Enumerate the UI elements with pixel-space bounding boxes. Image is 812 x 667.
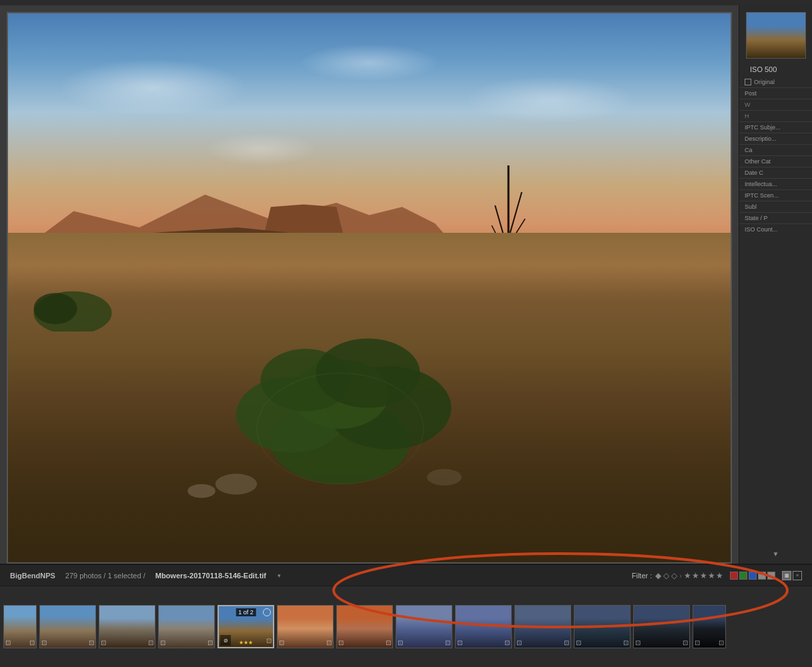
thumb-overlay-5: ⊡ ⊡ xyxy=(279,639,332,646)
filmstrip: ⊡ ⊡ ⊡ ⊡ ⊡ ⊡ ⊡ xyxy=(0,586,812,667)
star-4[interactable]: ★ xyxy=(708,571,715,580)
thumb-overlay-6: ⊡ ⊡ xyxy=(338,639,391,646)
film-thumb-12[interactable]: ⊡ ⊡ xyxy=(693,605,726,648)
view-list[interactable]: ≡ xyxy=(793,571,802,580)
star-5[interactable]: ★ xyxy=(716,571,723,580)
film-thumb-0[interactable]: ⊡ ⊡ xyxy=(3,605,37,648)
sidebar-meta: ISO 500 xyxy=(739,62,812,77)
photo-section xyxy=(0,5,739,564)
color-blue[interactable] xyxy=(749,572,757,580)
frame-icon-5: ⊡ xyxy=(279,639,284,646)
collection-name: BigBendNPS xyxy=(10,572,55,580)
thumb-overlay-1: ⊡ ⊡ xyxy=(41,639,94,646)
sidebar-thumbnail xyxy=(746,12,806,59)
color-green[interactable] xyxy=(739,572,747,580)
film-thumb-10[interactable]: ⊡ ⊡ xyxy=(574,605,631,648)
filter-label: Filter : xyxy=(632,572,653,580)
other-cat-field[interactable]: Other Cat xyxy=(739,155,812,167)
thumb-overlay-7: ⊡ ⊡ xyxy=(398,639,450,646)
film-thumb-7[interactable]: ⊡ ⊡ xyxy=(396,605,452,648)
frame-icon-4: ⊡ xyxy=(266,637,272,644)
color-red[interactable] xyxy=(730,572,738,580)
filter-separator: › xyxy=(679,572,682,580)
frame-icon-9b: ⊡ xyxy=(564,639,569,646)
iso-country-field[interactable]: ISO Count... xyxy=(739,223,812,235)
view-grid[interactable]: ▦ xyxy=(782,571,791,580)
frame-icon-12b: ⊡ xyxy=(719,639,724,646)
post-field[interactable]: Post xyxy=(739,87,812,99)
filter-diamond-empty2[interactable]: ◇ xyxy=(671,571,677,580)
w-field[interactable]: W xyxy=(739,99,812,110)
date-field[interactable]: Date C xyxy=(739,167,812,178)
sublocation-field[interactable]: Subl xyxy=(739,201,812,212)
film-thumb-11[interactable]: ⊡ ⊡ xyxy=(633,605,690,648)
view-mode-icons: ▦ ≡ xyxy=(782,571,802,580)
frame-icon-9: ⊡ xyxy=(516,639,522,646)
cactus-area xyxy=(167,200,514,518)
frame-icon-3: ⊡ xyxy=(160,639,165,646)
iptc-scene-field[interactable]: IPTC Scen... xyxy=(739,189,812,201)
film-thumb-8[interactable]: ⊡ ⊡ xyxy=(455,605,512,648)
film-thumb-3[interactable]: ⊡ ⊡ xyxy=(158,605,215,648)
frame-icon-1: ⊡ xyxy=(41,639,47,646)
category-field[interactable]: Ca xyxy=(739,144,812,155)
film-thumb-4-selected[interactable]: 1 of 2 ⊘ ⊡ ★★★ xyxy=(218,605,274,648)
filter-diamond-empty1[interactable]: ◇ xyxy=(663,571,669,580)
frame-icon-0b: ⊡ xyxy=(29,639,35,646)
filename-dropdown[interactable]: ▾ xyxy=(278,572,281,579)
color-filter xyxy=(730,572,775,580)
badge-1of2: 1 of 2 xyxy=(236,608,256,616)
filter-icons: ◆ ◇ ◇ › ★ ★ ★ ★ ★ xyxy=(655,571,723,580)
svg-point-18 xyxy=(427,469,462,486)
star-2[interactable]: ★ xyxy=(692,571,699,580)
top-bar xyxy=(0,0,812,5)
frame-icon-7b: ⊡ xyxy=(445,639,450,646)
star-filter[interactable]: ★ ★ ★ ★ ★ xyxy=(684,571,723,580)
status-bar: BigBendNPS 279 photos / 1 selected / Mbo… xyxy=(0,565,812,586)
h-field[interactable]: H xyxy=(739,110,812,121)
frame-icon-0: ⊡ xyxy=(5,639,11,646)
description-field[interactable]: Descriptio... xyxy=(739,133,812,144)
sidebar-scroll-down[interactable]: ▼ xyxy=(739,547,812,560)
frame-icon-6: ⊡ xyxy=(338,639,344,646)
original-checkbox[interactable] xyxy=(745,79,751,85)
original-label: Original xyxy=(754,79,775,85)
thumb-overlay-9: ⊡ ⊡ xyxy=(516,639,569,646)
thumb-overlay-8: ⊡ ⊡ xyxy=(457,639,510,646)
sync-icon xyxy=(263,608,271,616)
frame-icon-5b: ⊡ xyxy=(326,639,332,646)
thumb-overlay-3: ⊡ ⊡ xyxy=(160,639,213,646)
original-row: Original xyxy=(739,77,812,87)
filename: Mbowers-20170118-5146-Edit.tif xyxy=(155,572,266,580)
frame-icon-10b: ⊡ xyxy=(623,639,629,646)
iptc-subject-field[interactable]: IPTC Subje... xyxy=(739,121,812,133)
frame-icon-12: ⊡ xyxy=(695,639,700,646)
frame-icon-8b: ⊡ xyxy=(504,639,510,646)
film-thumb-1[interactable]: ⊡ ⊡ xyxy=(39,605,96,648)
photo-container[interactable] xyxy=(7,12,732,564)
film-thumb-2[interactable]: ⊡ ⊡ xyxy=(99,605,155,648)
frame-icon-10: ⊡ xyxy=(576,639,581,646)
filter-diamond-filled[interactable]: ◆ xyxy=(655,571,661,580)
reject-badge-4: ⊘ xyxy=(220,635,231,646)
film-thumb-9[interactable]: ⊡ ⊡ xyxy=(514,605,571,648)
star-rating-4: ★★★ xyxy=(239,640,253,646)
film-thumb-6[interactable]: ⊡ ⊡ xyxy=(336,605,393,648)
iso-label: ISO 500 xyxy=(745,63,782,76)
color-gray2[interactable] xyxy=(767,572,775,580)
frame-icon-7: ⊡ xyxy=(398,639,403,646)
star-1[interactable]: ★ xyxy=(684,571,691,580)
film-thumb-5[interactable]: ⊡ ⊡ xyxy=(277,605,334,648)
thumb-overlay-10: ⊡ ⊡ xyxy=(576,639,629,646)
main-photo xyxy=(8,13,731,562)
intellectual-field[interactable]: Intellectua... xyxy=(739,178,812,189)
state-field[interactable]: State / P xyxy=(739,212,812,223)
star-3[interactable]: ★ xyxy=(700,571,707,580)
frame-icon-1b: ⊡ xyxy=(89,639,94,646)
shrub-left xyxy=(29,277,116,331)
right-sidebar: ISO 500 Original Post W H IPTC Subje... … xyxy=(739,5,812,564)
color-gray1[interactable] xyxy=(758,572,766,580)
frame-icon-11b: ⊡ xyxy=(683,639,688,646)
thumb-overlay-0: ⊡ ⊡ xyxy=(5,639,35,646)
thumb-overlay-12: ⊡ ⊡ xyxy=(695,639,724,646)
